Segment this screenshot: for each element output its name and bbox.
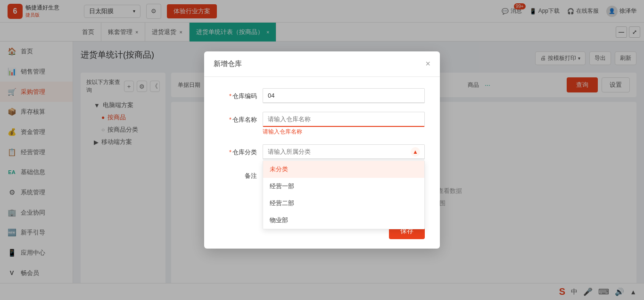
warehouse-code-row: *仓库编码	[219, 88, 425, 103]
warehouse-name-label: *仓库名称	[219, 112, 257, 124]
remark-label: 备注	[219, 168, 257, 180]
warehouse-code-label: *仓库编码	[219, 88, 257, 100]
warehouse-category-wrapper: ▲ 未分类 经营一部 经营二部 物业部	[263, 144, 425, 159]
dropdown-item-dept3[interactable]: 物业部	[263, 212, 424, 229]
new-warehouse-modal: 新增仓库 × *仓库编码 *仓库名称 请输入仓库名称	[204, 51, 440, 249]
warehouse-category-row: *仓库分类 ▲ 未分类 经营一部 经营二部 物业部	[219, 144, 425, 159]
warehouse-category-label: *仓库分类	[219, 144, 257, 157]
modal-close-button[interactable]: ×	[425, 59, 430, 69]
warehouse-category-input[interactable]	[263, 144, 425, 159]
modal-header: 新增仓库 ×	[204, 51, 440, 77]
modal-title: 新增仓库	[214, 59, 242, 68]
warehouse-name-row: *仓库名称 请输入仓库名称	[219, 112, 425, 136]
dropdown-item-dept1[interactable]: 经营一部	[263, 178, 424, 195]
modal-body: *仓库编码 *仓库名称 请输入仓库名称 *仓库分类	[204, 77, 440, 217]
dropdown-item-dept2[interactable]: 经营二部	[263, 195, 424, 212]
warehouse-name-input[interactable]	[263, 112, 425, 127]
category-dropdown-toggle[interactable]: ▲	[411, 147, 420, 157]
warehouse-name-wrapper: 请输入仓库名称	[263, 112, 425, 136]
modal-overlay: 新增仓库 × *仓库编码 *仓库名称 请输入仓库名称	[0, 0, 644, 300]
dropdown-item-uncategorized[interactable]: 未分类	[263, 161, 424, 178]
warehouse-code-input[interactable]	[263, 88, 425, 103]
warehouse-code-wrapper	[263, 88, 425, 103]
warehouse-name-error: 请输入仓库名称	[263, 128, 425, 136]
category-dropdown-list: 未分类 经营一部 经营二部 物业部	[263, 160, 425, 229]
